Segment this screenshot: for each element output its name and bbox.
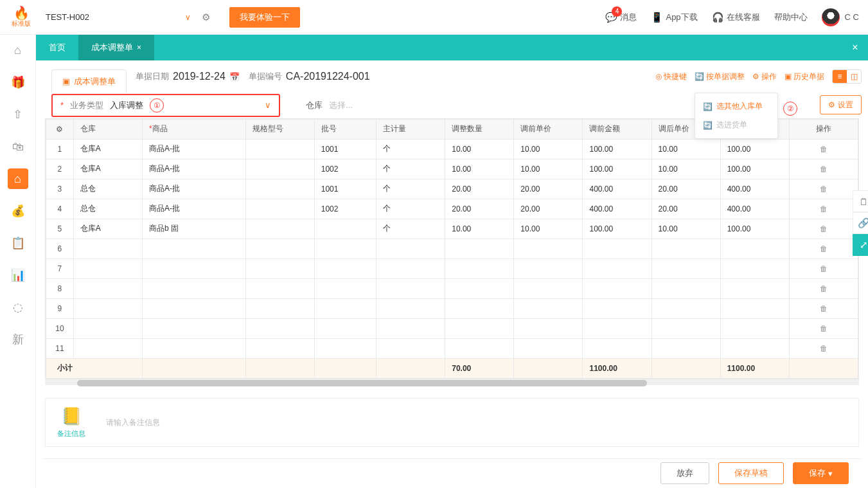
action-shortcut[interactable]: ◎ 快捷键 (655, 71, 687, 82)
settings-button[interactable]: ⚙ 设置 (820, 95, 862, 114)
company-select[interactable]: TEST-H002 ∨ (39, 7, 198, 28)
cell-prod[interactable]: 商品A-批 (142, 139, 245, 159)
table-row-empty[interactable]: 9🗑 (46, 298, 858, 318)
table-row[interactable]: 5仓库A商品b 固个10.0010.00100.0010.00100.00🗑 (46, 219, 858, 239)
cell-wh[interactable]: 仓库A (73, 139, 142, 159)
cell-unit[interactable]: 个 (376, 139, 445, 159)
cell-wh[interactable]: 总仓 (73, 179, 142, 199)
cell-spec[interactable] (245, 179, 314, 199)
cell-up2[interactable]: 20.00 (651, 179, 720, 199)
sidebar-new-icon[interactable]: 新 (8, 329, 28, 350)
cell-prod[interactable]: 商品A-批 (142, 199, 245, 219)
delete-row-icon[interactable]: 🗑 (789, 298, 858, 318)
gear-icon[interactable]: ⚙ (202, 12, 210, 23)
table-row[interactable]: 2仓库A商品A-批1002个10.0010.00100.0010.00100.0… (46, 159, 858, 179)
action-op[interactable]: ⚙ 操作 (752, 71, 777, 82)
remark-input[interactable] (97, 399, 858, 446)
sidebar-doc-icon[interactable]: 📋 (8, 233, 28, 253)
table-row-empty[interactable]: 8🗑 (46, 278, 858, 298)
service-link[interactable]: 🎧 在线客服 (712, 12, 760, 23)
cell-up[interactable]: 20.00 (514, 199, 583, 219)
cell-amt2[interactable]: 100.00 (720, 219, 789, 239)
view-toggle[interactable]: ≡ ◫ (832, 69, 862, 84)
action-history[interactable]: ▣ 历史单据 (784, 71, 824, 82)
cell-amt[interactable]: 400.00 (583, 199, 651, 219)
help-link[interactable]: 帮助中心 (774, 12, 808, 23)
popup-other-in[interactable]: 🔄 选其他入库单 (695, 97, 777, 116)
cell-unit[interactable]: 个 (376, 219, 445, 239)
rail-link-icon[interactable]: 🔗 (853, 212, 868, 234)
delete-row-icon[interactable]: 🗑 (789, 318, 858, 338)
cell-up[interactable]: 20.00 (514, 179, 583, 199)
cell-amt2[interactable]: 400.00 (720, 199, 789, 219)
cell-spec[interactable] (245, 199, 314, 219)
delete-row-icon[interactable]: 🗑 (789, 338, 858, 358)
cell-qty[interactable]: 10.00 (445, 219, 514, 239)
delete-row-icon[interactable]: 🗑 (789, 239, 858, 258)
rail-note-icon[interactable]: 🗒 (853, 190, 868, 212)
rail-expand-icon[interactable]: ⤢ (853, 234, 868, 256)
cell-spec[interactable] (245, 159, 314, 179)
cell-spec[interactable] (245, 219, 314, 239)
cell-qty[interactable]: 10.00 (445, 159, 514, 179)
cell-up[interactable]: 10.00 (514, 159, 583, 179)
save-draft-button[interactable]: 保存草稿 (718, 462, 784, 484)
view-grid-icon[interactable]: ◫ (847, 70, 861, 83)
discard-button[interactable]: 放弃 (660, 462, 709, 484)
sidebar-warehouse-icon[interactable]: ⌂ (8, 168, 28, 189)
cell-amt[interactable]: 100.00 (583, 159, 651, 179)
tabbar-close-icon[interactable]: × (842, 35, 868, 60)
delete-row-icon[interactable]: 🗑 (789, 199, 858, 219)
cell-amt[interactable]: 100.00 (583, 219, 651, 239)
action-byorder[interactable]: 🔄 按单据调整 (695, 71, 745, 82)
cell-batch[interactable]: 1002 (314, 199, 376, 219)
cell-prod[interactable]: 商品b 固 (142, 219, 245, 239)
cell-up2[interactable]: 20.00 (651, 199, 720, 219)
cell-qty[interactable]: 20.00 (445, 179, 514, 199)
cell-batch[interactable]: 1001 (314, 179, 376, 199)
view-list-icon[interactable]: ≡ (833, 70, 847, 83)
avatar[interactable] (822, 8, 840, 26)
business-type-select[interactable]: * 业务类型 入库调整 ① ∨ (51, 94, 280, 117)
cell-wh[interactable]: 仓库A (73, 219, 142, 239)
tab-home[interactable]: 首页 (36, 35, 78, 60)
tab-cost[interactable]: 成本调整单 × (78, 35, 154, 60)
delete-row-icon[interactable]: 🗑 (789, 159, 858, 179)
delete-row-icon[interactable]: 🗑 (789, 219, 858, 239)
cell-prod[interactable]: 商品A-批 (142, 159, 245, 179)
delete-row-icon[interactable]: 🗑 (789, 278, 858, 298)
cell-amt2[interactable]: 400.00 (720, 179, 789, 199)
delete-row-icon[interactable]: 🗑 (789, 258, 858, 278)
cell-batch[interactable] (314, 219, 376, 239)
cell-prod[interactable]: 商品A-批 (142, 179, 245, 199)
doc-tab[interactable]: ▣ 成本调整单 (51, 69, 127, 93)
table-row[interactable]: 4总仓商品A-批1002个20.0020.00400.0020.00400.00… (46, 199, 858, 219)
sidebar-gift-icon[interactable]: 🎁 (8, 72, 28, 93)
cell-spec[interactable] (245, 139, 314, 159)
cell-qty[interactable]: 20.00 (445, 199, 514, 219)
popup-purchase[interactable]: 🔄 选进货单 (695, 116, 777, 134)
table-row-empty[interactable]: 6🗑 (46, 239, 858, 258)
sidebar-home-icon[interactable]: ⌂ (8, 40, 28, 60)
table-row-empty[interactable]: 11🗑 (46, 338, 858, 358)
table-row[interactable]: 1仓库A商品A-批1001个10.0010.00100.0010.00100.0… (46, 139, 858, 159)
cell-up[interactable]: 10.00 (514, 139, 583, 159)
try-button[interactable]: 我要体验一下 (229, 7, 300, 28)
cell-amt[interactable]: 100.00 (583, 139, 651, 159)
cell-up2[interactable]: 10.00 (651, 139, 720, 159)
sidebar-report-icon[interactable]: 📊 (8, 265, 28, 285)
cell-batch[interactable]: 1002 (314, 159, 376, 179)
cell-wh[interactable]: 仓库A (73, 159, 142, 179)
tab-close-icon[interactable]: × (137, 43, 141, 52)
cell-qty[interactable]: 10.00 (445, 139, 514, 159)
col-gear[interactable]: ⚙ (46, 119, 74, 139)
table-row-empty[interactable]: 7🗑 (46, 258, 858, 278)
cell-unit[interactable]: 个 (376, 199, 445, 219)
cell-up2[interactable]: 10.00 (651, 159, 720, 179)
calendar-icon[interactable]: 📅 (229, 72, 240, 82)
cell-unit[interactable]: 个 (376, 159, 445, 179)
app-download-link[interactable]: 📱 App下载 (651, 12, 697, 23)
cell-up2[interactable]: 10.00 (651, 219, 720, 239)
cell-amt2[interactable]: 100.00 (720, 159, 789, 179)
messages-link[interactable]: 💬 消息 4 (605, 12, 637, 23)
